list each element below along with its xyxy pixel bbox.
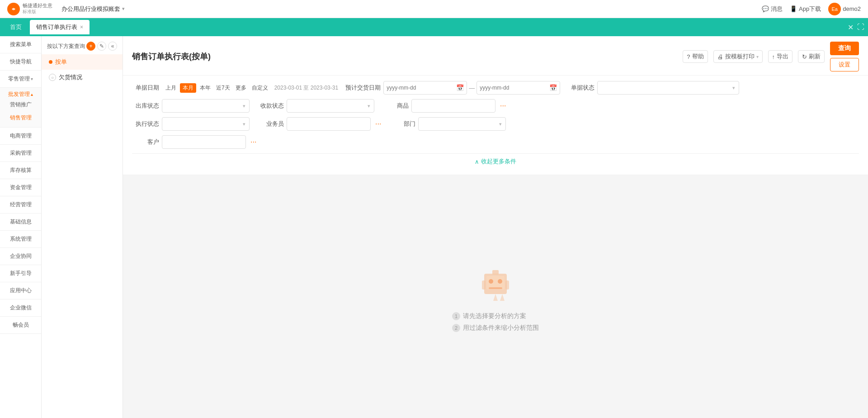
date-to-input[interactable]: 📅 [476, 81, 560, 95]
left-panel-item-by-order-label: 按单 [55, 58, 67, 66]
date-custom[interactable]: 自定义 [250, 83, 270, 93]
sidebar-item-inventory[interactable]: 库存核算 [0, 162, 41, 179]
tab-close-icon[interactable]: × [80, 24, 83, 30]
date-from-field[interactable] [387, 85, 454, 91]
empty-step-2: 2 用过滤条件来缩小分析范围 [452, 324, 539, 332]
sidebar-capital-label: 资金管理 [10, 184, 32, 190]
filter-exec-status: 执行状态 ▾ [132, 117, 250, 131]
empty-step-1: 1 请先选择要分析的方案 [452, 312, 539, 320]
doc-status-select[interactable]: ▾ [597, 81, 739, 95]
sidebar-item-quick-nav[interactable]: 快捷导航 [0, 53, 41, 71]
out-status-select[interactable]: ▾ [162, 99, 250, 113]
sidebar-item-wholesale-mgmt[interactable]: 批发管理 ▴ [2, 90, 39, 98]
top-header: 畅捷通好生意 标准版 办公用品行业模拟账套 ▾ 💬 消息 📱 App下载 Ea … [0, 0, 868, 18]
sidebar-item-capital[interactable]: 资金管理 [0, 179, 41, 196]
goods-ellipsis-icon[interactable]: ··· [500, 102, 506, 110]
sidebar-inventory-label: 库存核算 [10, 167, 32, 173]
filter-row-1: 单据日期 上月 本月 本年 近7天 更多 自定义 2023-03-01 至 20… [132, 81, 859, 95]
left-panel-item-by-order[interactable]: 按单 [42, 54, 123, 70]
sidebar-item-retail-mgmt[interactable]: 零售管理 ▾ [0, 71, 41, 88]
date-this-year[interactable]: 本年 [198, 83, 212, 93]
filter-row-4: 客户 ··· [132, 135, 859, 149]
filter-dept: 部门 ▾ [388, 117, 506, 131]
sidebar-item-enterprise-collab[interactable]: 企业协同 [0, 248, 41, 265]
filter-row-3: 执行状态 ▾ 业务员 ··· 部门 [132, 117, 859, 131]
search-button[interactable]: 查询 [830, 42, 859, 55]
goods-input[interactable] [411, 99, 495, 113]
tab-sales-exec[interactable]: 销售订单执行表 × [30, 20, 90, 34]
date-range-text: 2023-03-01 至 2023-03-31 [274, 84, 338, 92]
edit-plan-button[interactable]: ✎ [97, 42, 106, 51]
refresh-button[interactable]: ↻ 刷新 [798, 50, 825, 63]
collect-status-arrow-icon: ▾ [368, 103, 370, 109]
date-to-calendar-icon[interactable]: 📅 [549, 84, 557, 91]
set-button[interactable]: 设置 [830, 58, 859, 71]
collapse-panel-icon: « [111, 43, 114, 49]
tab-home[interactable]: 首页 [4, 20, 28, 34]
date-from-calendar-icon[interactable]: 📅 [456, 84, 464, 91]
sidebar-operation-label: 经营管理 [10, 201, 32, 208]
sidebar-sub-item-marketing[interactable]: 营销推广 [2, 98, 39, 111]
user-menu[interactable]: Ea demo2 [828, 3, 861, 15]
sidebar-item-system[interactable]: 系统管理 [0, 231, 41, 248]
sidebar-item-enterprise-wechat[interactable]: 企业微信 [0, 299, 41, 317]
sidebar-item-search-menu[interactable]: 搜索菜单 [0, 36, 41, 53]
sidebar-item-member[interactable]: 畅会员 [0, 317, 41, 334]
tab-maximize-icon[interactable]: ⛶ [857, 23, 864, 31]
left-panel-item-shortage[interactable]: ○ 欠货情况 [42, 70, 123, 85]
sidebar-item-ecommerce[interactable]: 电商管理 [0, 128, 41, 145]
date-separator: — [469, 85, 475, 91]
svg-marker-9 [493, 294, 498, 301]
sidebar-item-operation[interactable]: 经营管理 [0, 196, 41, 214]
header-left: 畅捷通好生意 标准版 办公用品行业模拟账套 ▾ [7, 3, 125, 15]
date-last-month[interactable]: 上月 [164, 83, 178, 93]
app-download-button[interactable]: 📱 App下载 [790, 5, 821, 13]
date-this-month[interactable]: 本月 [180, 83, 196, 93]
avatar-initials: Ea [832, 6, 838, 12]
print-label: 按模板打印 [725, 52, 755, 61]
sidebar-wholesale-mgmt-label: 批发管理 [8, 90, 30, 98]
exec-status-label: 执行状态 [132, 120, 159, 128]
breadcrumb[interactable]: 办公用品行业模拟账套 ▾ [61, 5, 125, 13]
tab-sales-exec-label: 销售订单执行表 [36, 23, 77, 31]
svg-rect-6 [492, 270, 499, 275]
add-plan-button[interactable]: + [86, 42, 95, 51]
page-title: 销售订单执行表(按单) [132, 51, 211, 62]
logo-text-block: 畅捷通好生意 标准版 [23, 3, 52, 15]
collapse-filter-button[interactable]: ∧ 收起更多条件 [132, 153, 859, 169]
collect-status-select[interactable]: ▾ [287, 99, 374, 113]
message-button[interactable]: 💬 消息 [762, 5, 783, 13]
date-to-field[interactable] [480, 85, 547, 91]
logo-area[interactable]: 畅捷通好生意 标准版 [7, 3, 52, 15]
left-panel-header: 按以下方案查询 + ✎ « [42, 42, 123, 54]
date-7days[interactable]: 近7天 [214, 83, 232, 93]
date-from-input[interactable]: 📅 [383, 81, 467, 95]
print-button[interactable]: 🖨 按模板打印 ▾ [713, 50, 763, 63]
customer-ellipsis-icon[interactable]: ··· [250, 138, 256, 146]
sidebar-item-basic-info[interactable]: 基础信息 [0, 214, 41, 231]
filter-salesman: 业务员 ··· [257, 117, 381, 131]
help-icon: ? [687, 53, 690, 60]
dept-select[interactable]: ▾ [418, 117, 506, 131]
sidebar-sales-mgmt-label: 销售管理 [10, 114, 32, 121]
sidebar-item-purchase[interactable]: 采购管理 [0, 145, 41, 162]
svg-rect-5 [489, 287, 502, 289]
empty-state: 1 请先选择要分析的方案 2 用过滤条件来缩小分析范围 [123, 175, 868, 418]
salesman-input[interactable] [287, 117, 371, 131]
svg-point-3 [489, 279, 493, 284]
salesman-ellipsis-icon[interactable]: ··· [375, 120, 381, 128]
refresh-label: 刷新 [809, 52, 821, 61]
sidebar-item-app-center[interactable]: 应用中心 [0, 282, 41, 299]
customer-input[interactable] [162, 135, 246, 149]
tab-bar: 首页 销售订单执行表 × ✕ ⛶ [0, 18, 868, 36]
tab-close-all-icon[interactable]: ✕ [848, 23, 854, 32]
sidebar-sub-item-sales-mgmt[interactable]: 销售管理 [2, 111, 39, 124]
collapse-panel-button[interactable]: « [108, 42, 117, 51]
help-button[interactable]: ? 帮助 [683, 50, 708, 63]
exec-status-select[interactable]: ▾ [162, 117, 250, 131]
date-more[interactable]: 更多 [234, 83, 248, 93]
edit-plan-icon: ✎ [99, 43, 104, 49]
export-button[interactable]: ↑ 导出 [768, 50, 793, 63]
sidebar-purchase-label: 采购管理 [10, 150, 32, 156]
sidebar-item-new-guide[interactable]: 新手引导 [0, 265, 41, 282]
